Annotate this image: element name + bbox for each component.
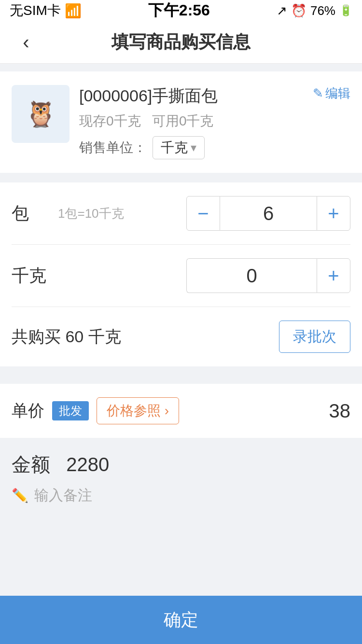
product-logo-icon: 🦉: [25, 99, 56, 129]
nav-bar: ‹ 填写商品购买信息: [0, 21, 362, 64]
back-button[interactable]: ‹: [12, 28, 41, 57]
price-section: 单价 批发 价格参照 › 38: [0, 384, 362, 438]
carrier-label: 无SIM卡: [10, 1, 61, 20]
amount-section: 金额 2280 ✏️ 输入备注: [0, 438, 362, 511]
package-plus-button[interactable]: +: [317, 196, 350, 231]
amount-label: 金额: [12, 454, 50, 475]
package-row: 包 1包=10千克 − +: [0, 182, 362, 244]
wifi-icon: 📶: [65, 3, 82, 19]
product-name: [0000006]手撕面包: [79, 85, 218, 107]
battery-label: 76%: [310, 3, 335, 18]
product-name-row: [0000006]手撕面包 ✎ 编辑: [79, 85, 350, 107]
price-row: 单价 批发 价格参照 › 38: [12, 397, 350, 424]
record-batch-button[interactable]: 录批次: [279, 321, 350, 353]
location-icon: ↗: [277, 3, 287, 18]
package-label: 包: [12, 202, 50, 225]
status-bar: 无SIM卡 📶 下午2:56 ↗ ⏰ 76% 🔋: [0, 0, 362, 21]
package-hint: 1包=10千克: [58, 205, 179, 222]
divider-1: [0, 173, 362, 182]
product-stock: 现存0千克 可用0千克: [79, 112, 350, 130]
product-image: 🦉: [12, 85, 70, 143]
summary-text: 共购买 60 千克: [12, 326, 121, 348]
alarm-icon: ⏰: [291, 3, 306, 18]
edit-button[interactable]: ✎ 编辑: [313, 85, 350, 102]
input-section: 包 1包=10千克 − + 千克 + 共购买 60 千克 录批次: [0, 182, 362, 366]
status-time: 下午2:56: [148, 0, 210, 21]
kilogram-row: 千克 +: [0, 245, 362, 307]
status-right: ↗ ⏰ 76% 🔋: [277, 3, 352, 18]
amount-value: 2280: [66, 454, 109, 475]
amount-row: 金额 2280: [12, 451, 350, 478]
available-label: 可用0千克: [152, 113, 214, 128]
unit-select[interactable]: 千克 ▾: [153, 136, 205, 159]
price-tag: 批发: [52, 401, 89, 420]
status-left: 无SIM卡 📶: [10, 1, 82, 20]
product-card: 🦉 [0000006]手撕面包 ✎ 编辑 现存0千克 可用0千克 销售单位： 千…: [0, 71, 362, 173]
package-minus-button[interactable]: −: [186, 196, 220, 231]
remark-placeholder: 输入备注: [34, 486, 92, 505]
product-name-text: 手撕面包: [152, 86, 218, 105]
unit-label: 销售单位：: [79, 139, 147, 157]
package-quantity-input[interactable]: [220, 196, 317, 231]
product-id: [0000006]: [79, 86, 152, 105]
remark-row[interactable]: ✏️ 输入备注: [12, 486, 350, 505]
unit-value: 千克: [161, 139, 188, 157]
kilogram-input-wrap: +: [186, 258, 350, 293]
kilogram-input[interactable]: [186, 258, 317, 293]
edit-label: 编辑: [325, 85, 350, 102]
price-value: 38: [329, 400, 351, 422]
pencil-icon: ✏️: [12, 488, 28, 504]
confirm-button[interactable]: 确定: [0, 596, 362, 644]
product-unit-row: 销售单位： 千克 ▾: [79, 136, 350, 159]
divider-2: [0, 366, 362, 376]
stock-label: 现存0千克: [79, 113, 141, 128]
page-title: 填写商品购买信息: [111, 30, 251, 54]
kilogram-label: 千克: [12, 264, 50, 288]
price-label: 单价: [12, 400, 44, 422]
quantity-control: − +: [186, 196, 350, 231]
price-reference-button[interactable]: 价格参照 ›: [97, 397, 179, 424]
edit-icon: ✎: [313, 86, 323, 101]
product-info: [0000006]手撕面包 ✎ 编辑 现存0千克 可用0千克 销售单位： 千克 …: [79, 85, 350, 159]
kilogram-plus-button[interactable]: +: [317, 258, 350, 293]
unit-dropdown-icon: ▾: [191, 141, 196, 154]
summary-row: 共购买 60 千克 录批次: [0, 307, 362, 366]
battery-icon: 🔋: [339, 4, 352, 17]
